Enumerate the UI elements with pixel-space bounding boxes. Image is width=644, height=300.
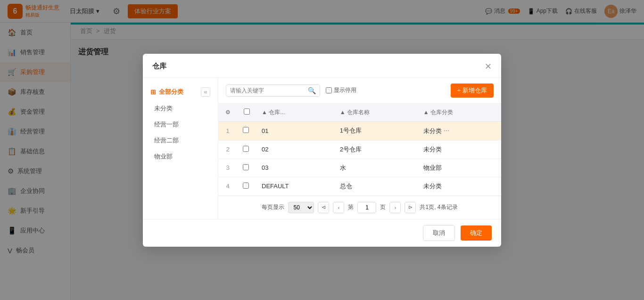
col-category: ▲ 仓库分类 bbox=[418, 104, 501, 122]
show-disabled-checkbox[interactable] bbox=[326, 87, 332, 93]
row-name: 1号仓库 bbox=[334, 121, 418, 140]
category-item-dept2[interactable]: 经营二部 bbox=[143, 133, 218, 149]
first-page-button[interactable]: ⊲ bbox=[318, 202, 329, 213]
category-item-dept1[interactable]: 经营一部 bbox=[143, 117, 218, 133]
row-number: 2 bbox=[218, 140, 237, 158]
show-disabled-toggle[interactable]: 显示停用 bbox=[326, 86, 356, 94]
page-label: 第 bbox=[348, 203, 354, 211]
confirm-button[interactable]: 确定 bbox=[461, 225, 492, 241]
row-number: 1 bbox=[218, 121, 237, 140]
table-row[interactable]: 1 01 1号仓库 未分类 ··· bbox=[218, 121, 501, 140]
modal-header: 仓库 ✕ bbox=[143, 54, 501, 78]
search-input[interactable] bbox=[230, 87, 308, 94]
row-code: DEFAULT bbox=[256, 177, 334, 195]
row-actions-button[interactable]: ··· bbox=[443, 126, 449, 135]
modal-overlay: 仓库 ✕ ⊞ 全部分类 « 未分类 经营一部 经营二部 物业部 bbox=[0, 0, 644, 300]
per-page-select[interactable]: 50 20 100 bbox=[288, 202, 314, 213]
category-panel: ⊞ 全部分类 « 未分类 经营一部 经营二部 物业部 bbox=[143, 78, 218, 219]
row-category: 未分类 bbox=[418, 140, 501, 158]
modal-toolbar: 🔍 显示停用 + 新增仓库 bbox=[218, 78, 501, 104]
next-page-button[interactable]: › bbox=[389, 202, 401, 213]
page-input[interactable] bbox=[357, 202, 376, 213]
row-number: 3 bbox=[218, 158, 237, 177]
gear-icon: ⚙ bbox=[225, 109, 231, 116]
row-checkbox-cell bbox=[237, 158, 256, 177]
category-item-property[interactable]: 物业部 bbox=[143, 149, 218, 165]
cancel-button[interactable]: 取消 bbox=[423, 225, 455, 241]
row-code: 02 bbox=[256, 140, 334, 158]
row-category: 物业部 bbox=[418, 158, 501, 177]
warehouse-table: ⚙ ▲ 仓库... ▲ 仓库名称 bbox=[218, 104, 501, 196]
collapse-button[interactable]: « bbox=[201, 87, 210, 97]
row-checkbox-cell bbox=[237, 177, 256, 195]
show-disabled-label: 显示停用 bbox=[334, 86, 356, 94]
row-checkbox[interactable] bbox=[243, 127, 249, 133]
search-box: 🔍 bbox=[226, 84, 320, 97]
warehouse-modal: 仓库 ✕ ⊞ 全部分类 « 未分类 经营一部 经营二部 物业部 bbox=[143, 54, 501, 247]
search-icon[interactable]: 🔍 bbox=[308, 87, 316, 94]
modal-body: ⊞ 全部分类 « 未分类 经营一部 经营二部 物业部 🔍 bbox=[143, 78, 501, 219]
per-page-label: 每页显示 bbox=[262, 203, 284, 211]
row-category: 未分类 ··· bbox=[418, 121, 501, 140]
row-checkbox[interactable] bbox=[243, 146, 249, 152]
row-name: 水 bbox=[334, 158, 418, 177]
row-checkbox-cell bbox=[237, 121, 256, 140]
row-number: 4 bbox=[218, 177, 237, 195]
row-code: 01 bbox=[256, 121, 334, 140]
modal-right-panel: 🔍 显示停用 + 新增仓库 ⚙ bbox=[218, 78, 501, 219]
table-row[interactable]: 4 DEFAULT 总仓 未分类 bbox=[218, 177, 501, 195]
row-code: 03 bbox=[256, 158, 334, 177]
last-page-button[interactable]: ⊳ bbox=[405, 202, 416, 213]
grid-icon: ⊞ bbox=[150, 88, 156, 96]
page-summary: 共1页, 4条记录 bbox=[420, 203, 457, 211]
category-item-unclassified[interactable]: 未分类 bbox=[143, 100, 218, 117]
add-warehouse-button[interactable]: + 新增仓库 bbox=[451, 83, 494, 98]
row-checkbox[interactable] bbox=[243, 164, 249, 170]
row-name: 2号仓库 bbox=[334, 140, 418, 158]
col-name: ▲ 仓库名称 bbox=[334, 104, 418, 122]
row-category: 未分类 bbox=[418, 177, 501, 195]
all-categories-item[interactable]: ⊞ 全部分类 « bbox=[143, 83, 218, 100]
col-code: ▲ 仓库... bbox=[256, 104, 334, 122]
table-row[interactable]: 2 02 2号仓库 未分类 bbox=[218, 140, 501, 158]
pagination: 每页显示 50 20 100 ⊲ ‹ 第 页 › ⊳ 共1页, 4条记录 bbox=[218, 196, 501, 219]
modal-footer: 取消 确定 bbox=[143, 219, 501, 247]
page-unit: 页 bbox=[380, 203, 386, 211]
row-checkbox-cell bbox=[237, 140, 256, 158]
table-row[interactable]: 3 03 水 物业部 bbox=[218, 158, 501, 177]
row-checkbox[interactable] bbox=[243, 183, 249, 189]
prev-page-button[interactable]: ‹ bbox=[333, 202, 344, 213]
modal-close-button[interactable]: ✕ bbox=[485, 61, 492, 72]
row-name: 总仓 bbox=[334, 177, 418, 195]
select-all-checkbox[interactable] bbox=[244, 108, 250, 115]
modal-title: 仓库 bbox=[152, 62, 166, 71]
table-header-row: ⚙ ▲ 仓库... ▲ 仓库名称 bbox=[218, 104, 501, 122]
all-categories-label: 全部分类 bbox=[159, 88, 183, 96]
